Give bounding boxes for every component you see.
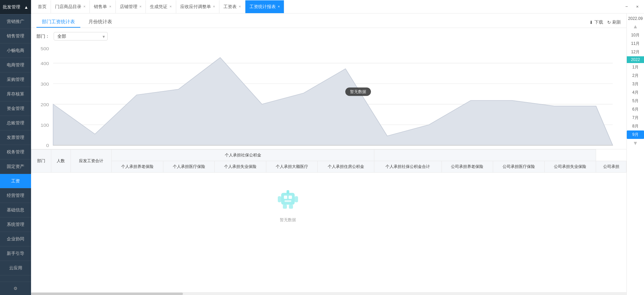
table-area[interactable]: 部门 人数 应发工资合计 个人承担社保公积金 个人承担养老保险个人承担医疗保险个…: [31, 149, 626, 292]
sidebar-item-企业协同[interactable]: 企业协同: [0, 232, 31, 246]
tab-label: 首页: [38, 4, 47, 10]
refresh-label: 刷新: [612, 19, 621, 25]
tab-工资统计报表[interactable]: 工资统计报表×: [245, 0, 284, 13]
svg-rect-17: [287, 190, 289, 194]
timeline-month-3月[interactable]: 3月: [632, 80, 639, 88]
sidebar-item-经营管理[interactable]: 经营管理: [0, 188, 31, 203]
tab-生成凭证[interactable]: 生成凭证×: [146, 0, 176, 13]
timeline-panel: 2022.09 ▲ 10月11月12月 2022 1月2月3月4月5月6月7月8…: [626, 13, 644, 295]
main-area: 首页门店商品目录×销售单×店铺管理×生成凭证×应收应付调整单×工资表×工资统计报…: [31, 0, 644, 295]
timeline-up-arrow[interactable]: ▲: [633, 22, 638, 31]
svg-rect-19: [295, 196, 298, 202]
tab-label: 销售单: [94, 4, 107, 10]
svg-text:400: 400: [41, 61, 49, 66]
tab-销售单[interactable]: 销售单×: [90, 0, 115, 13]
timeline-year-label[interactable]: 2022.09: [628, 15, 643, 22]
tab-应收应付调整单[interactable]: 应收应付调整单×: [176, 0, 219, 13]
content-area: 部门工资统计表月份统计表 ⬇ 下载 ↻ 刷新 部门：: [31, 13, 644, 295]
chart-area: 0 100 200 300 400 500: [31, 45, 626, 149]
sidebar-item-总账管理[interactable]: 总账管理: [0, 116, 31, 130]
svg-text:500: 500: [41, 46, 49, 51]
sidebar-item-发票管理[interactable]: 发票管理: [0, 130, 31, 145]
sidebar-item-营销推广[interactable]: 营销推广: [0, 14, 31, 29]
timeline-month-8月[interactable]: 8月: [632, 122, 639, 130]
window-close-button[interactable]: ×: [633, 3, 641, 10]
tab-首页[interactable]: 首页: [34, 0, 51, 13]
tab-close-icon[interactable]: ×: [169, 5, 171, 8]
svg-rect-21: [289, 205, 293, 209]
th-公司承担失业保险: 公司承担失业保险: [544, 161, 596, 173]
settings-button[interactable]: ⚙: [0, 282, 31, 295]
table-no-data-label: 暂无数据: [280, 217, 296, 223]
tab-close-icon[interactable]: ×: [109, 5, 111, 8]
sub-tab-月份统计表[interactable]: 月份统计表: [83, 17, 117, 28]
refresh-button[interactable]: ↻ 刷新: [607, 19, 621, 25]
th-公司承担医疗保险: 公司承担医疗保险: [493, 161, 544, 173]
sub-tabs: 部门工资统计表月份统计表 ⬇ 下载 ↻ 刷新: [31, 13, 626, 28]
timeline-month-1月[interactable]: 1月: [632, 63, 639, 71]
sidebar-item-采购管理[interactable]: 采购管理: [0, 72, 31, 87]
sidebar-item-云应用[interactable]: 云应用: [0, 261, 31, 275]
svg-text:300: 300: [41, 82, 49, 87]
tab-label: 工资统计报表: [249, 4, 276, 10]
tab-label: 门店商品目录: [55, 4, 81, 10]
sidebar-item-基础信息[interactable]: 基础信息: [0, 203, 31, 217]
dept-select[interactable]: 全部: [54, 32, 108, 40]
th-个人承担失业保险: 个人承担失业保险: [215, 161, 266, 173]
horizontal-scrollbar[interactable]: [31, 292, 626, 295]
sub-tab-部门工资统计表[interactable]: 部门工资统计表: [36, 17, 80, 28]
th-count: 人数: [51, 150, 71, 173]
svg-text:100: 100: [41, 122, 49, 127]
timeline-month-5月[interactable]: 5月: [632, 97, 639, 105]
timeline-month-7月[interactable]: 7月: [632, 114, 639, 122]
sidebar-item-电商管理[interactable]: 电商管理: [0, 58, 31, 72]
tab-close-icon[interactable]: ×: [239, 5, 241, 8]
sidebar-item-固定资产[interactable]: 固定资产: [0, 159, 31, 174]
th-dept: 部门: [31, 150, 51, 173]
robot-icon: [274, 186, 301, 213]
svg-rect-15: [289, 196, 292, 199]
timeline-month-6月[interactable]: 6月: [632, 105, 639, 114]
timeline-down-arrow[interactable]: ▼: [633, 139, 638, 148]
tab-门店商品目录[interactable]: 门店商品目录×: [51, 0, 90, 13]
tab-close-icon[interactable]: ×: [278, 5, 280, 8]
tab-label: 生成凭证: [150, 4, 167, 10]
filter-toolbar: 部门： 全部 ▾: [31, 28, 626, 45]
no-data-area: 暂无数据: [31, 173, 545, 236]
tab-工资表[interactable]: 工资表×: [219, 0, 245, 13]
timeline-active-month[interactable]: 9月: [627, 130, 644, 139]
tab-店铺管理[interactable]: 店铺管理×: [116, 0, 146, 13]
sidebar-item-新手引导[interactable]: 新手引导: [0, 246, 31, 261]
sidebar-toggle-icon: ▲: [24, 5, 28, 10]
sidebar-item-资金管理[interactable]: 资金管理: [0, 101, 31, 116]
sidebar-item-小畅电商[interactable]: 小畅电商: [0, 43, 31, 58]
tab-close-icon[interactable]: ×: [213, 5, 215, 8]
timeline-year-highlight[interactable]: 2022: [627, 56, 644, 63]
timeline-month-4月[interactable]: 4月: [632, 88, 639, 97]
timeline-month-12月[interactable]: 12月: [631, 48, 640, 56]
chart-svg: 0 100 200 300 400 500: [36, 45, 621, 149]
tab-close-icon[interactable]: ×: [139, 5, 141, 8]
window-minimize-button[interactable]: −: [623, 3, 631, 10]
download-button[interactable]: ⬇ 下载: [589, 19, 603, 25]
data-table: 部门 人数 应发工资合计 个人承担社保公积金 个人承担养老保险个人承担医疗保险个…: [31, 149, 626, 236]
tab-label: 应收应付调整单: [180, 4, 211, 10]
svg-rect-20: [283, 205, 287, 209]
th-个人承担大额医疗: 个人承担大额医疗: [266, 161, 317, 173]
sidebar-item-税务管理[interactable]: 税务管理: [0, 145, 31, 159]
svg-rect-13: [281, 193, 295, 205]
timeline-month-10月[interactable]: 10月: [631, 31, 640, 39]
sidebar-item-销售管理[interactable]: 销售管理: [0, 29, 31, 43]
sidebar-item-工资[interactable]: 工资: [0, 174, 31, 188]
timeline-month-11月[interactable]: 11月: [631, 39, 640, 48]
th-company-insurance-group: [374, 150, 596, 161]
sidebar-item-系统管理[interactable]: 系统管理: [0, 217, 31, 232]
scroll-thumb[interactable]: [31, 293, 183, 295]
tab-close-icon[interactable]: ×: [83, 5, 85, 8]
svg-marker-11: [53, 58, 613, 145]
sidebar: 批发管理 ▲ 营销推广销售管理小畅电商电商管理采购管理库存核算资金管理总账管理发…: [0, 0, 31, 295]
timeline-month-2月[interactable]: 2月: [632, 71, 639, 80]
svg-rect-16: [285, 200, 291, 202]
sidebar-item-库存核算[interactable]: 库存核算: [0, 87, 31, 101]
sidebar-header[interactable]: 批发管理 ▲: [0, 0, 31, 14]
